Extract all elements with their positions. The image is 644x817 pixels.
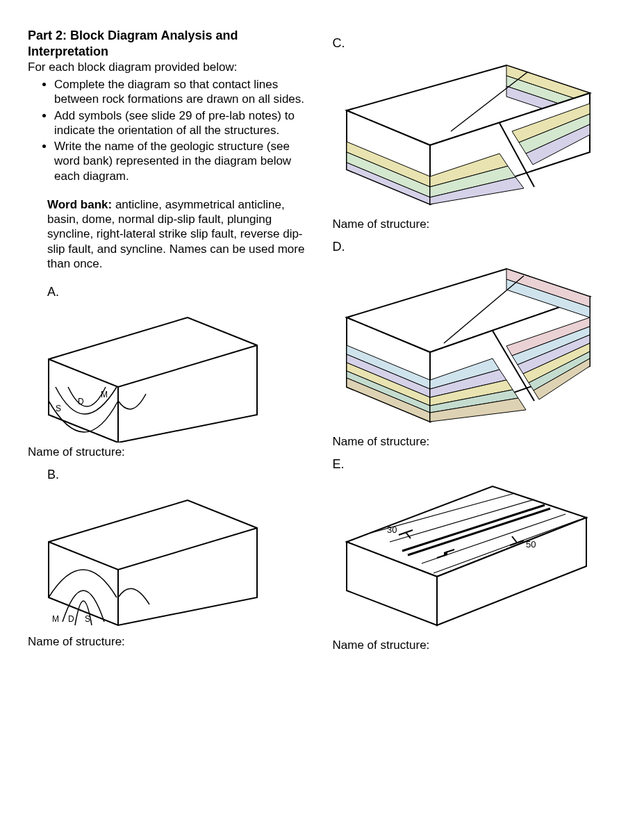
caption-d: Name of structure: <box>333 435 617 449</box>
svg-marker-2 <box>49 500 257 625</box>
dip-label-right: 50 <box>526 539 536 550</box>
instruction-list: Complete the diagram so that contact lin… <box>28 77 312 183</box>
letter-s: S <box>85 614 90 624</box>
block-diagram-b-svg: M D S <box>28 486 264 632</box>
letter-m: M <box>101 390 108 399</box>
letter-d: D <box>78 397 84 406</box>
instruction-item: Write the name of the geologic structure… <box>54 139 312 183</box>
block-diagram-a-svg: S D M <box>28 304 264 443</box>
label-d: D. <box>333 240 617 254</box>
page: Part 2: Block Diagram Analysis and Inter… <box>28 28 616 659</box>
right-column: C. <box>333 28 617 659</box>
caption-c: Name of structure: <box>333 217 617 231</box>
diagram-b: M D S Name of structure: <box>28 486 312 649</box>
diagram-c: Name of structure: <box>333 55 617 231</box>
instruction-item: Complete the diagram so that contact lin… <box>54 77 312 107</box>
label-a: A. <box>28 285 312 299</box>
word-bank: Word bank: anticline, asymmetrical antic… <box>28 197 312 271</box>
left-column: Part 2: Block Diagram Analysis and Inter… <box>28 28 312 659</box>
label-b: B. <box>28 468 312 482</box>
section-title: Part 2: Block Diagram Analysis and Inter… <box>28 28 312 59</box>
label-e: E. <box>333 457 617 472</box>
dip-label-left: 30 <box>387 525 397 535</box>
svg-marker-0 <box>49 317 257 443</box>
caption-a: Name of structure: <box>28 445 312 459</box>
label-c: C. <box>333 36 617 51</box>
letter-s: S <box>56 404 61 413</box>
intro-text: For each block diagram provided below: <box>28 60 312 74</box>
caption-e: Name of structure: <box>333 638 617 652</box>
instruction-item: Add symbols (see slide 29 of pre-lab not… <box>54 108 312 138</box>
diagram-d: Name of structure: <box>333 258 617 449</box>
letter-d: D <box>68 614 74 624</box>
letter-m: M <box>52 614 59 624</box>
block-diagram-e-svg: 30 50 <box>333 476 597 636</box>
block-diagram-c-svg <box>333 55 597 215</box>
diagram-e: 30 50 Name of structure: <box>333 476 617 652</box>
block-diagram-d-svg <box>333 258 597 432</box>
diagram-a: S D M Name of structure: <box>28 304 312 459</box>
word-bank-label: Word bank: <box>47 198 112 211</box>
caption-b: Name of structure: <box>28 635 312 649</box>
